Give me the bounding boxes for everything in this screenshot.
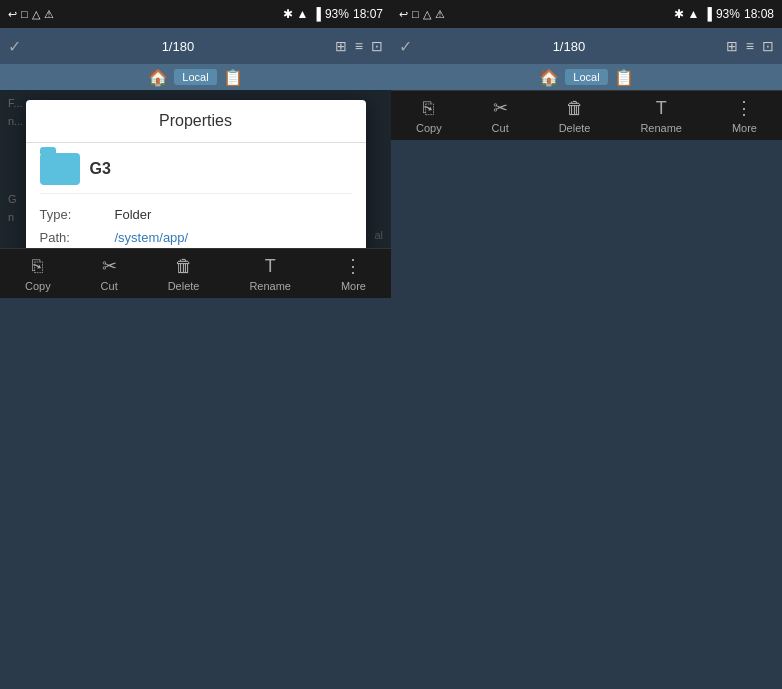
triangle-icon-right: △ <box>423 8 431 21</box>
rename-label-left: Rename <box>249 280 291 292</box>
status-right-left-icons: ↩ □ △ ⚠ <box>399 8 445 21</box>
file-bg-left: F... n... G n al Properties G3 Ty <box>0 90 391 248</box>
properties-dialog-left: Properties G3 Type: Folder Path: <box>26 100 366 248</box>
more-label-left: More <box>341 280 366 292</box>
nav-counter-right: 1/180 <box>418 39 720 54</box>
delete-label-left: Delete <box>168 280 200 292</box>
bottom-more-left[interactable]: ⋮ More <box>341 255 366 292</box>
sort-icon[interactable]: ≡ <box>355 38 363 54</box>
nav-bar-left: ✓ 1/180 ⊞ ≡ ⊡ <box>0 28 391 64</box>
bookmark-icon[interactable]: ⊡ <box>371 38 383 54</box>
rename-icon-right: T <box>656 98 667 119</box>
alert-icon: ⚠ <box>44 8 54 21</box>
local-bar-left: 🏠 Local 📋 <box>0 64 391 90</box>
square-icon: □ <box>21 8 28 20</box>
folder-name-left: G3 <box>90 160 111 178</box>
delete-label-right: Delete <box>559 122 591 134</box>
nav-bar-right: ✓ 1/180 ⊞ ≡ ⊡ <box>391 28 782 64</box>
back-icon-right: ↩ <box>399 8 408 21</box>
type-label: Type: <box>40 206 115 224</box>
square-icon-right: □ <box>412 8 419 20</box>
time-left: 18:07 <box>353 7 383 21</box>
bluetooth-icon: ✱ <box>283 7 293 21</box>
bottom-rename-right[interactable]: T Rename <box>640 98 682 134</box>
bottom-copy-left[interactable]: ⎘ Copy <box>25 256 51 292</box>
status-right-right-icons: ✱ ▲ ▐ 93% 18:08 <box>674 7 774 21</box>
sd-icon-left: 📋 <box>223 68 243 87</box>
home-icon-right: 🏠 <box>539 68 559 87</box>
delete-icon-left: 🗑 <box>175 256 193 277</box>
alert-icon-right: ⚠ <box>435 8 445 21</box>
local-label-left[interactable]: Local <box>174 69 216 85</box>
right-panel: ↩ □ △ ⚠ ✱ ▲ ▐ 93% 18:08 ✓ 1/180 ⊞ ≡ ⊡ 🏠 … <box>391 0 782 689</box>
dialog-title-left: Properties <box>26 100 366 143</box>
more-icon-right: ⋮ <box>735 97 753 119</box>
wifi-icon-right: ▲ <box>688 7 700 21</box>
rename-icon-left: T <box>265 256 276 277</box>
copy-icon-left: ⎘ <box>32 256 43 277</box>
nav-icons-left: ⊞ ≡ ⊡ <box>335 38 383 54</box>
bottom-delete-right[interactable]: 🗑 Delete <box>559 98 591 134</box>
signal-icon: ▐ <box>312 7 321 21</box>
bottom-copy-right[interactable]: ⎘ Copy <box>416 98 442 134</box>
status-bar-left: ↩ □ △ ⚠ ✱ ▲ ▐ 93% 18:07 <box>0 0 391 28</box>
copy-icon-right: ⎘ <box>423 98 434 119</box>
back-arrow-right[interactable]: ✓ <box>399 37 412 56</box>
more-icon-left: ⋮ <box>344 255 362 277</box>
back-arrow-left[interactable]: ✓ <box>8 37 21 56</box>
path-row: Path: /system/app/ <box>40 229 352 247</box>
cut-icon-right: ✂ <box>493 97 508 119</box>
bottom-rename-left[interactable]: T Rename <box>249 256 291 292</box>
bottom-cut-right[interactable]: ✂ Cut <box>492 97 509 134</box>
status-bar-right: ↩ □ △ ⚠ ✱ ▲ ▐ 93% 18:08 <box>391 0 782 28</box>
back-icon: ↩ <box>8 8 17 21</box>
rename-label-right: Rename <box>640 122 682 134</box>
bottom-more-right[interactable]: ⋮ More <box>732 97 757 134</box>
folder-icon-left <box>40 153 80 185</box>
status-left-icons: ↩ □ △ ⚠ <box>8 8 54 21</box>
time-right: 18:08 <box>744 7 774 21</box>
type-row: Type: Folder <box>40 206 352 224</box>
signal-icon-right: ▐ <box>703 7 712 21</box>
path-label: Path: <box>40 229 115 247</box>
dialog-body-left: G3 Type: Folder Path: /system/app/ Cop <box>26 143 366 248</box>
triangle-icon: △ <box>32 8 40 21</box>
sort-icon-right[interactable]: ≡ <box>746 38 754 54</box>
bottom-cut-left[interactable]: ✂ Cut <box>101 255 118 292</box>
copy-label-right: Copy <box>416 122 442 134</box>
left-panel: ↩ □ △ ⚠ ✱ ▲ ▐ 93% 18:07 ✓ 1/180 ⊞ ≡ ⊡ 🏠 … <box>0 0 391 689</box>
bottom-bar-right: ⎘ Copy ✂ Cut 🗑 Delete T Rename ⋮ More <box>391 90 782 140</box>
more-label-right: More <box>732 122 757 134</box>
battery-text: 93% <box>325 7 349 21</box>
nav-counter-left: 1/180 <box>27 39 329 54</box>
bookmark-icon-right[interactable]: ⊡ <box>762 38 774 54</box>
cut-label-right: Cut <box>492 122 509 134</box>
bottom-delete-left[interactable]: 🗑 Delete <box>168 256 200 292</box>
cut-label-left: Cut <box>101 280 118 292</box>
sd-icon-right: 📋 <box>614 68 634 87</box>
home-icon-left: 🏠 <box>148 68 168 87</box>
type-value: Folder <box>115 206 152 224</box>
battery-text-right: 93% <box>716 7 740 21</box>
grid-icon-right[interactable]: ⊞ <box>726 38 738 54</box>
bottom-bar-left: ⎘ Copy ✂ Cut 🗑 Delete T Rename ⋮ More <box>0 248 391 298</box>
grid-icon[interactable]: ⊞ <box>335 38 347 54</box>
folder-header-left: G3 <box>40 153 352 194</box>
local-bar-right: 🏠 Local 📋 <box>391 64 782 90</box>
dialog-overlay-left: Properties G3 Type: Folder Path: <box>0 90 391 248</box>
bluetooth-icon-right: ✱ <box>674 7 684 21</box>
status-right-icons: ✱ ▲ ▐ 93% 18:07 <box>283 7 383 21</box>
cut-icon-left: ✂ <box>102 255 117 277</box>
path-value[interactable]: /system/app/ <box>115 229 189 247</box>
copy-label-left: Copy <box>25 280 51 292</box>
delete-icon-right: 🗑 <box>566 98 584 119</box>
local-label-right[interactable]: Local <box>565 69 607 85</box>
nav-icons-right: ⊞ ≡ ⊡ <box>726 38 774 54</box>
wifi-icon: ▲ <box>297 7 309 21</box>
